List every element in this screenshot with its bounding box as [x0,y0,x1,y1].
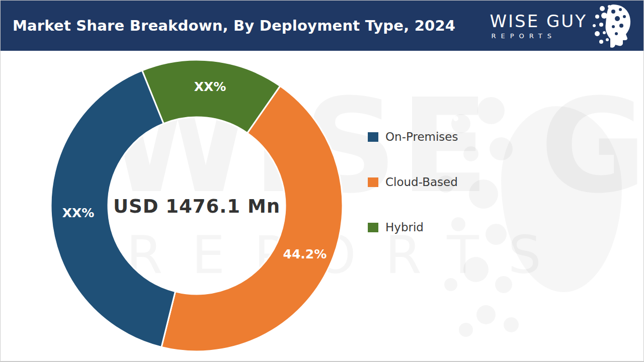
legend-swatch-cloud-based [368,177,378,187]
legend-item-on-premises: On-Premises [368,130,458,143]
segment-label-cloud-based: 44.2% [283,247,327,261]
legend-swatch-hybrid [368,223,378,232]
donut-segment-cloud-based [162,86,343,351]
legend-label: Hybrid [385,221,424,234]
watermark-dots [453,116,458,121]
logo-text: WISE GUY REPORTS [490,13,587,39]
logo-subtitle: REPORTS [490,33,587,39]
legend-label: On-Premises [385,130,458,143]
segment-label-hybrid: XX% [194,79,226,94]
page-title: Market Share Breakdown, By Deployment Ty… [13,17,455,34]
segment-label-on-premises: XX% [62,206,95,220]
legend-item-cloud-based: Cloud-Based [368,175,458,189]
legend-label: Cloud-Based [385,175,458,189]
report-page: Market Share Breakdown, By Deployment Ty… [0,0,644,362]
legend-item-hybrid: Hybrid [368,221,458,234]
legend-swatch-on-premises [368,132,378,142]
legend: On-PremisesCloud-BasedHybrid [368,130,458,266]
wise-guy-logo: WISE GUY REPORTS [490,3,633,49]
logo-wordmark: WISE GUY [490,13,587,30]
chart-center-value: USD 1476.1 Mn [113,196,280,217]
watermark-head-shape [501,106,622,292]
logo-head-icon [590,3,633,49]
header: Market Share Breakdown, By Deployment Ty… [1,1,644,51]
